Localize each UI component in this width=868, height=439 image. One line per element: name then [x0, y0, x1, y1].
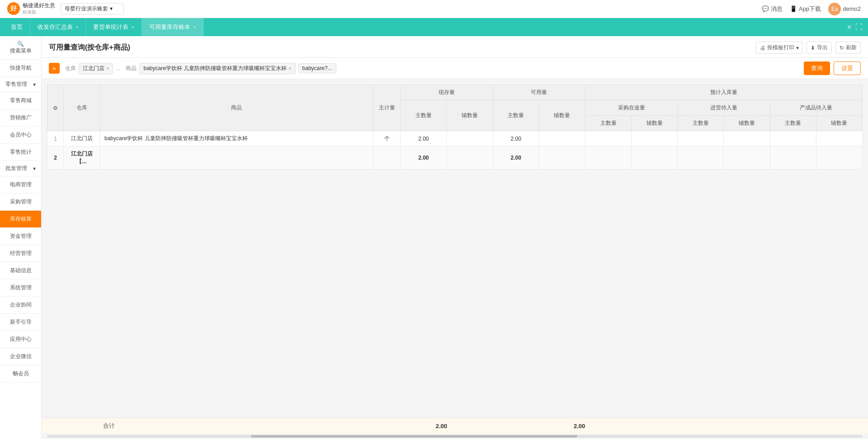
operations-label: 经营管理: [10, 250, 32, 256]
sidebar-item-new-guide[interactable]: 新手引导: [0, 314, 41, 331]
product-remove-icon-1[interactable]: ×: [288, 66, 291, 71]
th-current-main: 主数量: [401, 100, 447, 131]
app-download-action[interactable]: 📱 App下载: [790, 5, 821, 13]
search-menu-label: 搜索菜单: [10, 47, 32, 54]
th-unit: 主计量: [373, 85, 401, 131]
tab-order-stats-label: 要货单统计表: [93, 23, 128, 31]
row-unit: 个: [373, 131, 401, 146]
query-button[interactable]: 查询: [804, 61, 830, 75]
tab-order-stats[interactable]: 要货单统计表 ×: [86, 18, 142, 36]
refresh-button[interactable]: ↻ 刷新: [835, 42, 861, 54]
subtotal-warehouse: 江北门店【...: [64, 146, 100, 170]
warehouse-remove-icon[interactable]: ×: [106, 66, 109, 71]
sidebar-item-search[interactable]: 🔍 搜索菜单: [0, 36, 41, 60]
th-warehouse: 仓库: [64, 85, 100, 131]
warehouse-filter-group: 仓库 江北门店 × ...: [65, 63, 120, 74]
phone-icon: 📱: [790, 5, 797, 12]
user-action[interactable]: Ea demo2: [828, 3, 861, 15]
subtotal-avail-main: 2.00: [493, 146, 539, 170]
logo-text: 畅捷通好生意: [23, 2, 55, 9]
print-template-button[interactable]: 🖨 按模板打印 ▾: [756, 42, 803, 54]
retail-mgmt-label: 零售管理: [5, 80, 27, 88]
message-icon: 💬: [762, 5, 769, 12]
sidebar-item-ecommerce[interactable]: 电商管理: [0, 176, 41, 194]
subtotal-product-main: [770, 146, 816, 170]
th-inbound-main: 主数量: [678, 116, 724, 131]
tab-available-stock[interactable]: 可用量库存账本 ×: [142, 18, 203, 36]
tab-order-stats-close[interactable]: ×: [131, 24, 134, 30]
sidebar-item-app-center[interactable]: 应用中心: [0, 331, 41, 348]
logo-icon: 好: [7, 2, 20, 15]
message-action[interactable]: 💬 消息: [762, 5, 783, 13]
sidebar-item-operations[interactable]: 经营管理: [0, 245, 41, 262]
sidebar: 🔍 搜索菜单 快捷导航 零售管理 ▾ 零售商城 营销推广 会员中心 零售统计 批…: [0, 36, 42, 439]
warehouse-value: 江北门店: [83, 65, 104, 72]
row-purchase-aux: [632, 131, 678, 146]
product-filter-tag-2[interactable]: babycare?...: [298, 63, 336, 73]
expand-icon: »: [52, 65, 56, 72]
top-bar: 好 畅捷通好生意 标准版 母婴行业演示账套 ▾ 💬 消息 📱 App下载 Ea …: [0, 0, 868, 18]
scroll-track[interactable]: [47, 435, 863, 438]
total-current-main: 2.00: [436, 423, 447, 430]
nav-tab-actions: × ⛶: [841, 23, 868, 32]
sidebar-item-retail-mall[interactable]: 零售商城: [0, 92, 41, 109]
username: demo2: [843, 5, 861, 12]
sidebar-item-retail-stats[interactable]: 零售统计: [0, 144, 41, 161]
table-row: 1 江北门店 babycare学饮杯 儿童防摔防撞吸管杯重力球吸嘴杯宝宝水杯 个…: [47, 131, 863, 146]
sidebar-item-enterprise-wechat[interactable]: 企业微信: [0, 348, 41, 365]
subtotal-product: [100, 146, 373, 170]
enterprise-label: 企业协同: [10, 302, 32, 308]
sidebar-item-finance[interactable]: 资金管理: [0, 228, 41, 245]
tab-receive-summary-close[interactable]: ×: [75, 24, 78, 30]
settings-button[interactable]: 设置: [834, 61, 861, 75]
query-label: 查询: [811, 65, 823, 71]
enterprise-wechat-label: 企业微信: [10, 353, 32, 359]
logo-area: 好 畅捷通好生意 标准版: [7, 2, 55, 15]
sidebar-item-purchase[interactable]: 采购管理: [0, 194, 41, 211]
sidebar-item-retail-mgmt[interactable]: 零售管理 ▾: [0, 77, 41, 92]
sidebar-item-quicknav[interactable]: 快捷导航: [0, 60, 41, 77]
refresh-icon: ↻: [840, 45, 844, 51]
tab-home-label: 首页: [11, 23, 23, 31]
main-layout: 🔍 搜索菜单 快捷导航 零售管理 ▾ 零售商城 营销推广 会员中心 零售统计 批…: [0, 36, 868, 439]
row-current-aux: [447, 131, 493, 146]
data-table: ⚙ 仓库 商品 主计量 现存量: [47, 85, 863, 170]
row-product-main: [770, 131, 816, 146]
th-inbound-aux: 辅数量: [724, 116, 770, 131]
tab-home[interactable]: 首页: [4, 18, 30, 36]
app-center-label: 应用中心: [10, 336, 32, 342]
scroll-thumb[interactable]: [251, 435, 577, 438]
sidebar-item-member-vip[interactable]: 畅会员: [0, 365, 41, 382]
new-guide-label: 新手引导: [10, 319, 32, 325]
member-vip-label: 畅会员: [13, 370, 29, 377]
sidebar-item-basic-info[interactable]: 基础信息: [0, 262, 41, 279]
filter-expand-button[interactable]: »: [49, 63, 60, 74]
close-all-icon[interactable]: ×: [847, 23, 852, 32]
tab-receive-summary-label: 收发存汇总表: [38, 23, 73, 31]
industry-selector[interactable]: 母婴行业演示账套 ▾: [61, 3, 124, 14]
warehouse-filter-tag[interactable]: 江北门店 ×: [79, 63, 113, 74]
marketing-label: 营销推广: [10, 114, 32, 121]
th-settings[interactable]: ⚙: [47, 85, 64, 131]
sidebar-item-enterprise[interactable]: 企业协同: [0, 297, 41, 314]
export-button[interactable]: ⬇ 导出: [807, 42, 832, 54]
fullscreen-icon[interactable]: ⛶: [855, 23, 863, 31]
th-available-group: 可用量: [493, 85, 585, 100]
subtotal-current-aux: [447, 146, 493, 170]
warehouse-more[interactable]: ...: [116, 65, 120, 71]
th-planned-inbound-group: 预计入库量: [585, 85, 862, 100]
sidebar-item-system[interactable]: 系统管理: [0, 279, 41, 297]
sidebar-item-marketing[interactable]: 营销推广: [0, 109, 41, 127]
sidebar-item-inventory[interactable]: 库存核算: [0, 211, 41, 228]
tab-available-stock-close[interactable]: ×: [193, 24, 196, 30]
table-footer: 合计 2.00 2.00: [42, 418, 868, 434]
row-num: 1: [47, 131, 64, 146]
content-area: 可用量查询(按仓库+商品) 🖨 按模板打印 ▾ ⬇ 导出 ↻ 刷新: [42, 36, 868, 439]
settings-label: 设置: [841, 65, 853, 71]
sidebar-item-wholesale-mgmt[interactable]: 批发管理 ▾: [0, 161, 41, 176]
sidebar-item-member[interactable]: 会员中心: [0, 127, 41, 144]
filter-bar: » 仓库 江北门店 × ... 商品 babycare学饮杯 儿童防摔防撞吸管杯…: [42, 58, 868, 79]
tab-receive-summary[interactable]: 收发存汇总表 ×: [30, 18, 86, 36]
th-product-aux: 辅数量: [816, 116, 862, 131]
product-filter-tag-1[interactable]: babycare学饮杯 儿童防摔防撞吸管杯重力球吸嘴杯宝宝水杯 ×: [139, 63, 295, 74]
